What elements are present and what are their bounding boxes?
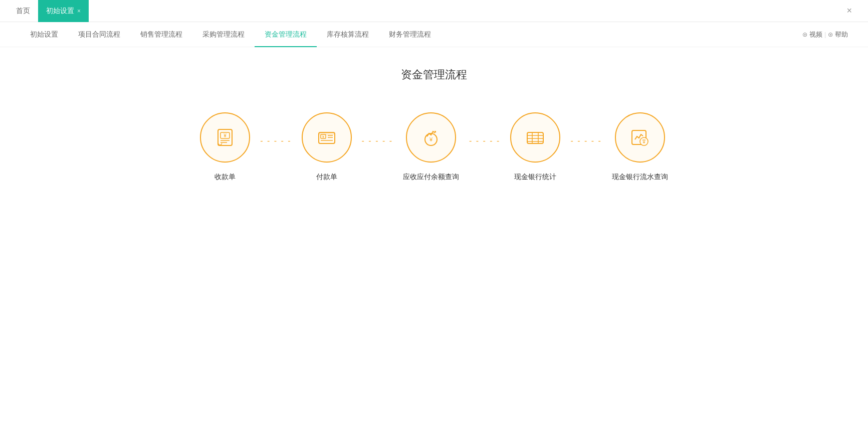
nav-divider: | xyxy=(824,31,826,38)
connector-1: - - - - - xyxy=(250,136,301,158)
receipt-icon: ¥ xyxy=(213,125,237,150)
flow-item-receivable-label: 应收应付余额查询 xyxy=(403,173,459,182)
nav-item-inventory[interactable]: 库存核算流程 xyxy=(317,22,379,47)
flow-item-receivable[interactable]: ¥ 应收应付余额查询 xyxy=(403,112,459,182)
nav-bar: 初始设置 项目合同流程 销售管理流程 采购管理流程 资金管理流程 库存核算流程 … xyxy=(0,22,868,47)
connector-3: - - - - - xyxy=(459,136,510,158)
flow-item-cash-bank-label: 现金银行统计 xyxy=(514,173,556,182)
nav-item-initial-setup[interactable]: 初始设置 xyxy=(20,22,68,47)
page-title: 资金管理流程 xyxy=(401,67,467,82)
home-tab[interactable]: 首页 xyxy=(8,0,38,22)
flow-item-payment[interactable]: ¥ 付款单 xyxy=(302,112,352,182)
active-tab[interactable]: 初始设置 × xyxy=(38,0,89,22)
flow-item-receipt[interactable]: ¥ 收款单 xyxy=(200,112,250,182)
svg-text:¥: ¥ xyxy=(429,136,433,142)
window-close-button[interactable]: × xyxy=(838,6,860,16)
nav-item-sales-mgmt[interactable]: 销售管理流程 xyxy=(130,22,192,47)
svg-text:¥: ¥ xyxy=(223,133,227,138)
nav-item-finance-mgmt[interactable]: 财务管理流程 xyxy=(379,22,441,47)
cash-bank-icon xyxy=(523,125,547,150)
connector-4: - - - - - xyxy=(560,136,611,158)
svg-text:¥: ¥ xyxy=(321,134,324,139)
nav-item-purchase-mgmt[interactable]: 采购管理流程 xyxy=(192,22,255,47)
flow-container: ¥ 收款单 - - - - - ¥ xyxy=(160,112,708,182)
cash-bank-flow-icon: ¥ xyxy=(628,125,652,150)
flow-item-receipt-circle: ¥ xyxy=(200,112,250,163)
flow-item-cash-flow[interactable]: ¥ 现金银行流水查询 xyxy=(612,112,668,182)
active-tab-label: 初始设置 xyxy=(46,7,74,16)
flow-item-cash-bank-circle xyxy=(510,112,560,163)
help-link[interactable]: ⊙ 帮助 xyxy=(828,30,848,39)
connector-2: - - - - - xyxy=(352,136,403,158)
flow-item-receivable-circle: ¥ xyxy=(406,112,456,163)
nav-item-project-contract[interactable]: 项目合同流程 xyxy=(68,22,130,47)
flow-item-payment-label: 付款单 xyxy=(316,173,337,182)
flow-item-cash-bank[interactable]: 现金银行统计 xyxy=(510,112,560,182)
video-link[interactable]: ⊙ 视频 xyxy=(802,30,822,39)
flow-item-cash-flow-circle: ¥ xyxy=(615,112,665,163)
nav-right-actions: ⊙ 视频 | ⊙ 帮助 xyxy=(802,30,848,39)
payment-icon: ¥ xyxy=(315,125,339,150)
flow-item-payment-circle: ¥ xyxy=(302,112,352,163)
flow-item-receipt-label: 收款单 xyxy=(214,173,236,182)
main-content: 资金管理流程 ¥ 收款单 - - - - - xyxy=(0,47,868,202)
receivable-icon: ¥ xyxy=(419,125,443,150)
flow-item-cash-flow-label: 现金银行流水查询 xyxy=(612,173,668,182)
nav-item-fund-mgmt[interactable]: 资金管理流程 xyxy=(255,22,317,47)
close-icon[interactable]: × xyxy=(77,8,81,15)
svg-rect-11 xyxy=(319,132,335,135)
top-bar: 首页 初始设置 × × xyxy=(0,0,868,22)
